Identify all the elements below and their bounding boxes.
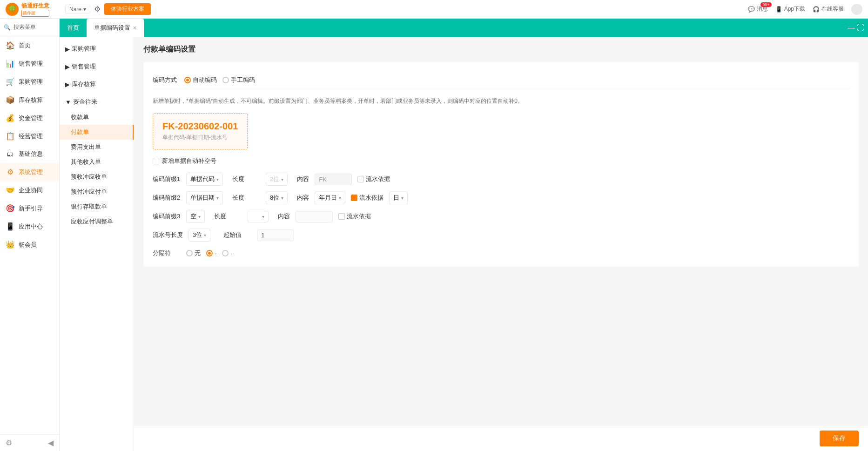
- length1-label: 长度: [232, 175, 260, 183]
- sidebar-search[interactable]: 🔍 搜索菜单: [0, 19, 59, 36]
- sidebar-item-enterprise[interactable]: 🤝 企业协同: [0, 181, 59, 199]
- sidebar-item-basic[interactable]: 🗂 基础信息: [0, 145, 59, 163]
- message-button[interactable]: 💬 消息 99+: [748, 5, 768, 13]
- serial-length-select[interactable]: 3位 ▾: [188, 229, 210, 242]
- length3-select[interactable]: ▾: [248, 211, 269, 222]
- finance-icon: 💰: [6, 114, 15, 122]
- experience-button[interactable]: 体验行业方案: [104, 3, 151, 15]
- chevron-right-icon3: ▶: [65, 81, 70, 88]
- content2-select[interactable]: 年月日 ▾: [315, 191, 345, 204]
- sep-dot[interactable]: ·: [222, 250, 232, 257]
- prefix-row-3: 编码前缀3 空 ▾ 长度 ▾ 内容: [153, 210, 849, 223]
- user-avatar[interactable]: [851, 4, 862, 15]
- sidebar-item-finance[interactable]: 💰 资金管理: [0, 109, 59, 127]
- flow2-checkbox[interactable]: [351, 195, 357, 201]
- sidebar-item-purchase[interactable]: 🛒 采购管理: [0, 73, 59, 91]
- save-button[interactable]: 保存: [820, 431, 859, 446]
- sidebar-item-label: 基础信息: [19, 150, 43, 158]
- sidebar-item-label: 系统管理: [19, 168, 43, 176]
- settings-card: 编码方式 自动编码 手工编码: [143, 62, 859, 267]
- main-area: 首页 单据编码设置 × — ⛶ ▶ 采购管理: [60, 19, 868, 451]
- sub-group-purchase-title[interactable]: ▶ 采购管理: [60, 41, 134, 57]
- sidebar-item-label: 资金管理: [19, 114, 43, 122]
- basic-icon: 🗂: [6, 150, 15, 158]
- chevron-down-icon9: ▾: [198, 214, 201, 219]
- sub-group-label2: 销售管理: [72, 62, 96, 71]
- gear-icon[interactable]: ⚙: [94, 5, 101, 13]
- sep-none[interactable]: 无: [186, 249, 201, 257]
- chevron-down-icon4: ▾: [281, 177, 283, 182]
- online-service-button[interactable]: 🎧 在线客服: [813, 5, 844, 13]
- sub-group-inventory-title[interactable]: ▶ 库存核算: [60, 76, 134, 92]
- sub-item-income[interactable]: 其他收入单: [60, 155, 134, 169]
- sidebar-item-inventory[interactable]: 📦 库存核算: [0, 91, 59, 109]
- sub-sidebar: ▶ 采购管理 ▶ 销售管理 ▶ 库存核算: [60, 37, 134, 451]
- sub-item-bank-deposit[interactable]: 银行存取款单: [60, 199, 134, 214]
- system-icon: ⚙: [6, 168, 15, 176]
- radio-manual[interactable]: 手工编码: [222, 76, 255, 84]
- sep-dash[interactable]: -: [206, 250, 216, 257]
- sidebar-item-label: 应用中心: [19, 222, 43, 231]
- tab-close-icon[interactable]: ×: [133, 25, 136, 31]
- settings-icon[interactable]: ⚙: [6, 438, 12, 447]
- start-value-input[interactable]: [257, 229, 294, 241]
- content1-input: [315, 174, 352, 185]
- flow3-checkbox[interactable]: [338, 213, 345, 220]
- prefix3-label: 编码前缀3: [153, 212, 181, 221]
- length1-select[interactable]: 2位 ▾: [266, 173, 288, 186]
- service-icon: 🎧: [813, 6, 820, 13]
- chevron-right-icon2: ▶: [65, 63, 70, 70]
- content2-label: 内容: [297, 194, 309, 202]
- sidebar-item-guide[interactable]: 🎯 新手引导: [0, 199, 59, 217]
- inventory-icon: 📦: [6, 95, 15, 104]
- radio-auto[interactable]: 自动编码: [184, 76, 217, 84]
- flow3-checkbox-group: 流水依据: [338, 212, 371, 221]
- sub-group-label4: 资金往来: [73, 98, 97, 106]
- sidebar-item-label: 首页: [19, 41, 31, 50]
- sidebar-item-operations[interactable]: 📋 经营管理: [0, 127, 59, 145]
- sub-item-expense[interactable]: 费用支出单: [60, 140, 134, 155]
- chevron-down-icon3: ▾: [216, 177, 219, 182]
- tab-home[interactable]: 首页: [60, 19, 87, 37]
- collapse-icon[interactable]: ◀: [48, 438, 54, 447]
- sidebar-item-system[interactable]: ⚙ 系统管理: [0, 163, 59, 181]
- prefix3-select[interactable]: 空 ▾: [186, 210, 205, 223]
- bottom-bar: 保存: [134, 425, 868, 451]
- sidebar-item-label: 经营管理: [19, 132, 43, 141]
- prefix2-label: 编码前缀2: [153, 194, 181, 202]
- sub-group-capital-title[interactable]: ▼ 资金往来: [60, 94, 134, 110]
- sidebar-item-app[interactable]: 📱 应用中心: [0, 217, 59, 236]
- content3-input: [296, 211, 333, 222]
- sub-item-adjustment[interactable]: 应收应付调整单: [60, 214, 134, 229]
- sidebar-item-label: 库存核算: [19, 96, 43, 104]
- tab-encoding[interactable]: 单据编码设置 ×: [87, 19, 144, 37]
- company-select[interactable]: Nare ▾: [65, 5, 90, 14]
- flow1-checkbox[interactable]: [357, 176, 364, 182]
- sub-item-prepay-pay[interactable]: 预付冲应付单: [60, 184, 134, 199]
- prefix2-select[interactable]: 单据日期 ▾: [186, 191, 223, 204]
- prefix1-select[interactable]: 单据代码 ▾: [186, 173, 223, 186]
- tab-maximize-button[interactable]: ⛶: [857, 24, 864, 32]
- top-nav: 🍀 畅通好生意 插件版 Nare ▾ ⚙ 体验行业方案 💬 消息 99+ 📱 A…: [0, 0, 868, 19]
- sub-group-capital: ▼ 资金往来 收款单 付款单 费用支出单 其他收入单: [60, 94, 134, 229]
- sidebar-item-member[interactable]: 👑 畅会员: [0, 236, 59, 254]
- flow2-period-select[interactable]: 日 ▾: [389, 191, 408, 204]
- app-download-button[interactable]: 📱 App下载: [775, 5, 805, 13]
- flow3-label: 流水依据: [347, 212, 371, 221]
- sub-group-label: 采购管理: [72, 45, 96, 53]
- auto-fill-row: 新增单据自动补空号: [153, 157, 849, 165]
- sub-item-payment[interactable]: 付款单: [60, 125, 134, 140]
- sub-item-receipt[interactable]: 收款单: [60, 110, 134, 125]
- auto-fill-checkbox[interactable]: [153, 158, 159, 164]
- sidebar: 🔍 搜索菜单 🏠 首页 📊 销售管理 🛒 采购管理 📦 库存核算 💰: [0, 19, 60, 451]
- sub-group-sales-title[interactable]: ▶ 销售管理: [60, 59, 134, 74]
- length2-select[interactable]: 8位 ▾: [266, 191, 288, 204]
- sidebar-item-home[interactable]: 🏠 首页: [0, 36, 59, 54]
- sidebar-item-sales[interactable]: 📊 销售管理: [0, 54, 59, 73]
- company-name: Nare: [69, 6, 81, 13]
- chevron-right-icon: ▶: [65, 46, 70, 53]
- sub-group-sales: ▶ 销售管理: [60, 59, 134, 74]
- flow1-label: 流水依据: [366, 175, 390, 183]
- tab-minimize-button[interactable]: —: [848, 24, 855, 32]
- sub-item-prepay-receive[interactable]: 预收冲应收单: [60, 169, 134, 184]
